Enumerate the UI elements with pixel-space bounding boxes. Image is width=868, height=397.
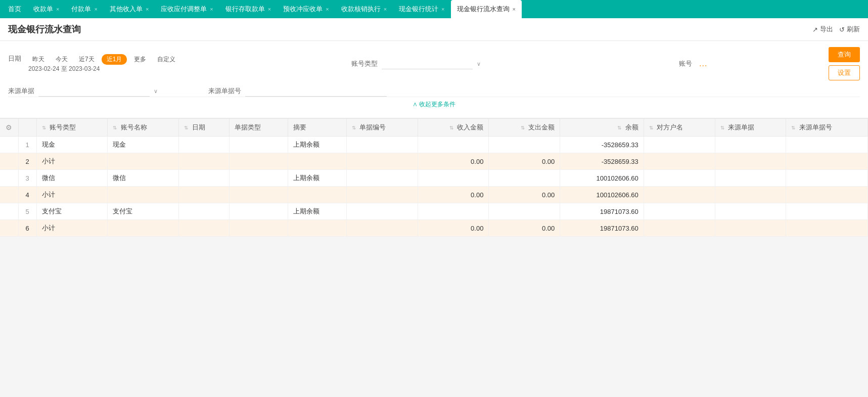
- td-gear: [0, 170, 18, 187]
- td-date: [179, 203, 230, 220]
- sort-icon[interactable]: ⇅: [521, 125, 525, 130]
- date-btn-today[interactable]: 今天: [52, 54, 72, 65]
- th-account-name: ⇅ 账号名称: [108, 119, 179, 137]
- table-row: 2小计0.000.00-3528659.33: [0, 153, 868, 170]
- nav-item-home[interactable]: 首页: [2, 0, 27, 18]
- td-gear: [0, 153, 18, 170]
- td-income: [418, 170, 489, 187]
- date-quick-options: 昨天 今天 近7天 近1月 更多 自定义: [28, 54, 179, 65]
- td-gear: [0, 187, 18, 203]
- sort-icon[interactable]: ⇅: [649, 125, 653, 130]
- td-source-doc-no: [786, 153, 868, 170]
- close-icon[interactable]: ×: [326, 6, 329, 12]
- source-doc-no-input[interactable]: [245, 85, 387, 97]
- close-icon[interactable]: ×: [268, 6, 271, 12]
- table-header-row: ⚙ ⇅ 账号类型 ⇅ 账号名称 ⇅ 日期 单据类型: [0, 119, 868, 137]
- td-counterparty: [644, 220, 715, 237]
- collapse-button[interactable]: ∧ 收起更多条件: [8, 97, 860, 112]
- date-filter-group: 日期 昨天 今天 近7天 近1月 更多 自定义 2023-02-24 至 202…: [8, 54, 179, 73]
- th-counterparty: ⇅ 对方户名: [644, 119, 715, 137]
- query-button[interactable]: 查询: [829, 47, 860, 62]
- table-row: 6小计0.000.0019871073.60: [0, 220, 868, 237]
- table-row: 5支付宝支付宝上期余额19871073.60: [0, 203, 868, 220]
- td-date: [179, 187, 230, 203]
- date-btn-1month[interactable]: 近1月: [102, 54, 127, 65]
- date-label: 日期: [8, 54, 24, 63]
- td-doc-no: [346, 220, 418, 237]
- sort-icon[interactable]: ⇅: [113, 125, 117, 130]
- account-type-input[interactable]: [382, 58, 473, 69]
- source-doc-input[interactable]: [38, 85, 150, 97]
- settings-button[interactable]: 设置: [829, 65, 860, 80]
- td-counterparty: [644, 137, 715, 153]
- close-icon[interactable]: ×: [56, 6, 59, 12]
- sort-icon[interactable]: ⇅: [617, 125, 621, 130]
- td-balance: 100102606.60: [560, 187, 644, 203]
- sort-icon[interactable]: ⇅: [449, 125, 453, 130]
- nav-item-adjustment[interactable]: 应收应付调整单 ×: [155, 0, 219, 18]
- td-summary: 上期余额: [288, 203, 346, 220]
- td-balance: -3528659.33: [560, 137, 644, 153]
- th-account-type: ⇅ 账号类型: [36, 119, 108, 137]
- sort-icon[interactable]: ⇅: [720, 125, 724, 130]
- td-row-num: 6: [18, 220, 36, 237]
- td-summary: 上期余额: [288, 137, 346, 153]
- close-icon[interactable]: ×: [384, 6, 387, 12]
- td-expense: [489, 203, 560, 220]
- td-summary: [288, 220, 346, 237]
- column-settings-icon[interactable]: ⚙: [6, 123, 12, 131]
- td-source-doc: [715, 220, 786, 237]
- th-row-num: [18, 119, 36, 137]
- date-btn-custom[interactable]: 自定义: [153, 54, 179, 65]
- th-summary: 摘要: [288, 119, 346, 137]
- sort-icon[interactable]: ⇅: [184, 125, 188, 130]
- td-source-doc: [715, 203, 786, 220]
- close-icon[interactable]: ×: [94, 6, 97, 12]
- date-options-container: 昨天 今天 近7天 近1月 更多 自定义 2023-02-24 至 2023-0…: [28, 54, 179, 73]
- account-dots-button[interactable]: ...: [699, 59, 707, 68]
- close-icon[interactable]: ×: [210, 6, 213, 12]
- td-account-type: 微信: [36, 170, 108, 187]
- nav-item-other-income[interactable]: 其他收入单 ×: [104, 0, 155, 18]
- td-row-num: 5: [18, 203, 36, 220]
- nav-item-statistics[interactable]: 现金银行统计 ×: [393, 0, 450, 18]
- date-btn-7days[interactable]: 近7天: [75, 54, 99, 65]
- sort-icon[interactable]: ⇅: [791, 125, 795, 130]
- th-source-doc-no: ⇅ 来源单据号: [786, 119, 868, 137]
- td-income: 0.00: [418, 187, 489, 203]
- td-balance: 19871073.60: [560, 220, 644, 237]
- account-type-dropdown-icon[interactable]: ∨: [477, 61, 481, 67]
- date-btn-yesterday[interactable]: 昨天: [28, 54, 49, 65]
- source-doc-dropdown-icon[interactable]: ∨: [154, 88, 158, 95]
- nav-item-payment[interactable]: 付款单 ×: [65, 0, 103, 18]
- td-expense: 0.00: [489, 187, 560, 203]
- date-btn-more[interactable]: 更多: [130, 54, 150, 65]
- close-icon[interactable]: ×: [513, 6, 516, 12]
- export-button[interactable]: ↗ 导出: [812, 25, 833, 34]
- source-doc-label: 来源单据: [8, 86, 34, 96]
- refresh-icon: ↺: [839, 26, 845, 33]
- close-icon[interactable]: ×: [146, 6, 149, 12]
- th-source-doc: ⇅ 来源单据: [715, 119, 786, 137]
- sort-icon[interactable]: ⇅: [352, 125, 356, 130]
- nav-item-bank-deposit[interactable]: 银行存取款单 ×: [219, 0, 277, 18]
- sort-icon[interactable]: ⇅: [42, 125, 46, 130]
- filter-row-2: 来源单据 ∨ 来源单据号: [8, 85, 860, 97]
- close-icon[interactable]: ×: [441, 6, 444, 12]
- th-doc-no: ⇅ 单据编号: [346, 119, 418, 137]
- th-expense: ⇅ 支出金额: [489, 119, 560, 137]
- td-counterparty: [644, 170, 715, 187]
- nav-item-receipt[interactable]: 收款单 ×: [27, 0, 65, 18]
- th-income: ⇅ 收入金额: [418, 119, 489, 137]
- td-source-doc-no: [786, 220, 868, 237]
- refresh-button[interactable]: ↺ 刷新: [839, 25, 860, 34]
- td-source-doc: [715, 153, 786, 170]
- td-row-num: 3: [18, 170, 36, 187]
- nav-item-verification[interactable]: 收款核销执行 ×: [335, 0, 393, 18]
- nav-item-advance[interactable]: 预收冲应收单 ×: [277, 0, 335, 18]
- td-date: [179, 137, 230, 153]
- td-source-doc: [715, 137, 786, 153]
- td-account-name: [108, 220, 179, 237]
- td-source-doc-no: [786, 170, 868, 187]
- nav-item-cashflow[interactable]: 现金银行流水查询 ×: [451, 0, 522, 18]
